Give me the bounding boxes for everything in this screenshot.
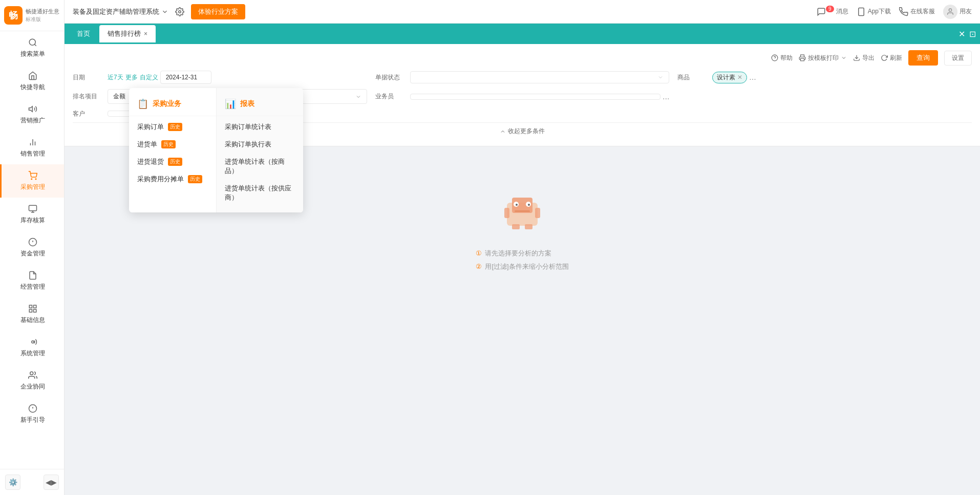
- return-label: 进货退货: [137, 157, 164, 166]
- message-label: 消息: [836, 7, 848, 16]
- sidebar-item-search[interactable]: 搜索菜单: [0, 31, 64, 64]
- svg-rect-8: [29, 205, 37, 211]
- settings-bottom-btn[interactable]: ⚙️: [5, 475, 20, 490]
- online-service-btn[interactable]: 在线客服: [899, 7, 935, 16]
- dropdown-col1-icon: 📋: [137, 98, 148, 110]
- marketing-icon: [28, 104, 38, 114]
- system-title-dropdown[interactable]: 装备及固定资产辅助管理系统: [73, 7, 168, 16]
- home-icon: [28, 71, 38, 81]
- collapse-label: 收起更多条件: [508, 127, 545, 136]
- query-btn[interactable]: 查询: [908, 50, 938, 66]
- salesperson-label: 业务员: [375, 92, 406, 101]
- product-tag-close[interactable]: ✕: [737, 74, 742, 81]
- date-quick-7days[interactable]: 近7天: [108, 73, 123, 82]
- sales-icon: [28, 137, 38, 147]
- help-label: 帮助: [780, 54, 793, 62]
- print-btn[interactable]: 按模板打印: [799, 54, 847, 62]
- sidebar-item-inventory[interactable]: 库存核算: [0, 198, 64, 231]
- customer-label: 客户: [73, 110, 103, 118]
- sidebar-item-basic-info-label: 基础信息: [20, 316, 45, 325]
- sidebar-nav: 搜索菜单 快捷导航 营销推广 销售管理: [0, 31, 64, 469]
- date-end-input[interactable]: 2024-12-31: [160, 71, 211, 84]
- sidebar-item-basic-info[interactable]: 基础信息: [0, 297, 64, 331]
- dropdown-col2-icon: 📊: [225, 98, 236, 110]
- dropdown-item-order-exec[interactable]: 采购订单执行表: [217, 136, 304, 153]
- product-more-dots[interactable]: ...: [749, 73, 756, 82]
- enterprise-icon: [28, 370, 38, 380]
- date-quick-more[interactable]: 更多: [125, 73, 138, 82]
- message-btn[interactable]: 9 消息: [817, 7, 848, 16]
- sidebar-item-guide-label: 新手引导: [20, 416, 45, 424]
- dropdown-col-report: 📊 报表 采购订单统计表 采购订单执行表 进货单统计表（按商品）: [216, 88, 304, 212]
- filter-order-status-item: 单据状态: [375, 71, 670, 83]
- sidebar-item-finance[interactable]: 资金管理: [0, 231, 64, 264]
- app-download-btn[interactable]: App下载: [857, 7, 891, 16]
- empty-text: ① 请先选择要分析的方案 ② 用[过滤]条件来缩小分析范围: [476, 247, 568, 273]
- finance-icon: [28, 237, 38, 247]
- filter-toolbar: 帮助 按模板打印 导出 刷新 查询: [73, 50, 972, 66]
- order-stats-label: 采购订单统计表: [225, 122, 271, 132]
- dropdown-item-incoming[interactable]: 进货单 历史: [129, 136, 216, 153]
- salesperson-input[interactable]: [410, 94, 661, 100]
- dropdown-item-return[interactable]: 进货退货 历史: [129, 153, 216, 170]
- tab-sales-ranking[interactable]: 销售排行榜 ×: [99, 25, 156, 42]
- empty-hint-2: ② 用[过滤]条件来缩小分析范围: [476, 260, 568, 273]
- industry-btn[interactable]: 体验行业方案: [191, 4, 245, 19]
- svg-rect-25: [801, 58, 804, 61]
- purchase-icon: [28, 170, 38, 181]
- svg-point-32: [528, 204, 530, 206]
- online-service-label: 在线客服: [910, 7, 935, 16]
- sidebar-item-sales[interactable]: 销售管理: [0, 131, 64, 164]
- svg-point-16: [32, 341, 34, 343]
- svg-rect-36: [512, 224, 520, 229]
- svg-point-17: [30, 372, 33, 375]
- date-quick-custom[interactable]: 自定义: [140, 73, 158, 82]
- print-label: 按模板打印: [808, 54, 839, 62]
- tab-close-icon[interactable]: ✕: [958, 29, 965, 39]
- dropdown-item-incoming-stats-product[interactable]: 进货单统计表（按商品）: [217, 153, 304, 180]
- dropdown-col-purchase: 📋 采购业务 采购订单 历史 进货单 历史 进货退货: [129, 88, 216, 212]
- product-label: 商品: [677, 73, 708, 82]
- settings-btn[interactable]: [173, 5, 187, 19]
- tab-close-btn[interactable]: ×: [144, 30, 147, 37]
- sidebar-item-quick-nav[interactable]: 快捷导航: [0, 64, 64, 98]
- product-tag-value: 设计素: [717, 73, 735, 82]
- logo-text: 畅捷通好生意: [26, 8, 59, 15]
- dropdown-col1-title: 采购业务: [153, 99, 181, 109]
- sidebar-item-guide[interactable]: 新手引导: [0, 397, 64, 431]
- svg-rect-34: [504, 208, 509, 218]
- incoming-badge: 历史: [161, 140, 176, 148]
- dropdown-item-order-stats[interactable]: 采购订单统计表: [217, 118, 304, 136]
- dropdown-item-incoming-stats-supplier[interactable]: 进货单统计表（按供应商）: [217, 180, 304, 206]
- incoming-label: 进货单: [137, 140, 157, 149]
- sidebar-item-system[interactable]: 系统管理: [0, 331, 64, 364]
- dropdown-item-cost[interactable]: 采购费用分摊单 历史: [129, 170, 216, 188]
- refresh-btn[interactable]: 刷新: [881, 54, 902, 62]
- sidebar-item-enterprise[interactable]: 企业协同: [0, 364, 64, 397]
- sidebar-item-marketing[interactable]: 营销推广: [0, 98, 64, 131]
- user-menu-btn[interactable]: 用友: [943, 5, 972, 19]
- svg-point-19: [179, 10, 181, 13]
- order-status-label: 单据状态: [375, 73, 406, 82]
- collapse-sidebar-btn[interactable]: ◀▶: [44, 475, 59, 490]
- sidebar-item-operations[interactable]: 经营管理: [0, 264, 64, 297]
- dropdown-item-purchase-order[interactable]: 采购订单 历史: [129, 118, 216, 136]
- help-btn[interactable]: 帮助: [771, 54, 793, 62]
- salesperson-more-dots[interactable]: ...: [663, 92, 669, 101]
- operations-icon: [28, 270, 38, 281]
- svg-rect-13: [34, 305, 36, 308]
- export-btn[interactable]: 导出: [853, 54, 875, 62]
- sidebar-item-purchase[interactable]: 采购管理: [0, 164, 64, 198]
- svg-rect-37: [525, 224, 532, 229]
- svg-line-1: [34, 44, 36, 46]
- order-status-input[interactable]: [410, 71, 670, 83]
- tab-maximize-icon[interactable]: ⊡: [969, 29, 976, 39]
- incoming-stats-product-label: 进货单统计表（按商品）: [225, 157, 295, 176]
- product-tag: 设计素 ✕: [712, 72, 747, 83]
- svg-point-0: [29, 39, 35, 45]
- setting-btn[interactable]: 设置: [944, 51, 972, 66]
- tab-home[interactable]: 首页: [69, 25, 98, 42]
- tab-bar-right: ✕ ⊡: [958, 29, 976, 39]
- tab-bar: 首页 销售排行榜 × ✕ ⊡: [65, 24, 980, 44]
- svg-rect-33: [515, 210, 530, 212]
